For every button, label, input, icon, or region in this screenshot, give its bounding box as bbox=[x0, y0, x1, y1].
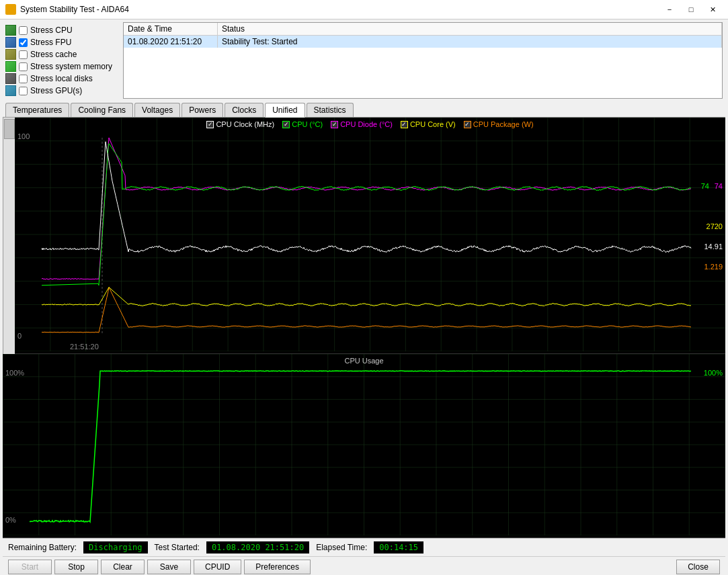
legend-cpu-core-checkbox[interactable]: ✓ bbox=[401, 121, 408, 128]
cpu-usage-title: CPU Usage bbox=[3, 357, 725, 365]
cpu-usage-val-right: 100% bbox=[704, 369, 723, 377]
chart-y-max: 100 bbox=[17, 132, 30, 140]
minimize-button[interactable]: − bbox=[659, 3, 680, 16]
tabs-row: Temperatures Cooling Fans Voltages Power… bbox=[3, 101, 725, 118]
tab-powers[interactable]: Powers bbox=[181, 103, 223, 117]
chart-x-label: 21:51:20 bbox=[70, 343, 99, 351]
window-title: System Stability Test - AIDA64 bbox=[20, 5, 659, 14]
scrollbar[interactable] bbox=[3, 118, 15, 354]
memory-icon bbox=[5, 61, 16, 72]
preferences-button[interactable]: Preferences bbox=[244, 560, 311, 574]
unified-chart: ✓ CPU Clock (MHz) ✓ CPU (°C) ✓ CPU Diode… bbox=[15, 118, 725, 354]
log-status-0: Stability Test: Started bbox=[218, 36, 722, 48]
bottom-info: Remaining Battery: Discharging Test Star… bbox=[3, 538, 725, 556]
cpu-icon bbox=[5, 25, 16, 36]
stress-options-panel: Stress CPU Stress FPU Stress cache Stres… bbox=[3, 22, 120, 99]
top-section: Stress CPU Stress FPU Stress cache Stres… bbox=[3, 22, 725, 99]
val-cpu-core: 14.91 bbox=[704, 242, 723, 251]
start-button[interactable]: Start bbox=[8, 560, 52, 574]
cpuid-button[interactable]: CPUID bbox=[194, 560, 241, 574]
stress-fpu-label: Stress FPU bbox=[30, 38, 71, 47]
cache-icon bbox=[5, 49, 16, 60]
battery-value: Discharging bbox=[83, 541, 147, 554]
stress-cache-label: Stress cache bbox=[30, 50, 77, 59]
legend-cpu-clock-label: CPU Clock (MHz) bbox=[216, 120, 274, 128]
stress-cpu-label: Stress CPU bbox=[30, 26, 73, 35]
elapsed-value: 00:14:15 bbox=[374, 541, 423, 554]
charts-area: ✓ CPU Clock (MHz) ✓ CPU (°C) ✓ CPU Diode… bbox=[3, 118, 725, 538]
tab-voltages[interactable]: Voltages bbox=[134, 103, 180, 117]
stress-disk-checkbox[interactable] bbox=[19, 75, 28, 83]
stress-memory-checkbox[interactable] bbox=[19, 62, 28, 71]
cpu-usage-canvas bbox=[3, 354, 725, 535]
val-cpu-package: 1.219 bbox=[704, 263, 723, 271]
title-bar: System Stability Test - AIDA64 − □ ✕ bbox=[0, 0, 728, 19]
disk-icon bbox=[5, 73, 16, 84]
legend-cpu-temp: ✓ CPU (°C) bbox=[282, 120, 323, 128]
val-cpu-temp: 74 bbox=[701, 182, 709, 190]
stress-memory-item: Stress system memory bbox=[5, 61, 118, 72]
test-started-value: 01.08.2020 21:51:20 bbox=[206, 541, 309, 554]
tab-statistics[interactable]: Statistics bbox=[307, 103, 354, 117]
legend-cpu-temp-checkbox[interactable]: ✓ bbox=[282, 121, 290, 128]
legend-cpu-clock: ✓ CPU Clock (MHz) bbox=[206, 120, 274, 128]
stress-gpu-item: Stress GPU(s) bbox=[5, 85, 118, 96]
bottom-buttons: Start Stop Clear Save CPUID Preferences … bbox=[3, 556, 725, 575]
stress-memory-label: Stress system memory bbox=[30, 62, 112, 71]
left-buttons: Start Stop Clear Save CPUID Preferences bbox=[8, 560, 311, 574]
log-datetime-0: 01.08.2020 21:51:20 bbox=[124, 36, 218, 48]
log-col-status: Status bbox=[218, 23, 722, 35]
log-header: Date & Time Status bbox=[124, 23, 722, 36]
val-cpu-diode: 74 bbox=[715, 182, 723, 190]
stress-cpu-item: Stress CPU bbox=[5, 25, 118, 36]
stress-disk-item: Stress local disks bbox=[5, 73, 118, 84]
val-cpu-clock: 2720 bbox=[706, 222, 723, 230]
cpu-usage-y-max: 100% bbox=[5, 369, 24, 377]
cpu-usage-y-min: 0% bbox=[5, 516, 16, 524]
tab-unified[interactable]: Unified bbox=[265, 103, 305, 118]
save-button[interactable]: Save bbox=[147, 560, 191, 574]
chart-legend: ✓ CPU Clock (MHz) ✓ CPU (°C) ✓ CPU Diode… bbox=[15, 120, 725, 128]
legend-cpu-package-label: CPU Package (W) bbox=[473, 120, 534, 128]
legend-cpu-diode-checkbox[interactable]: ✓ bbox=[331, 121, 338, 128]
unified-canvas bbox=[15, 118, 725, 351]
legend-cpu-clock-checkbox[interactable]: ✓ bbox=[206, 121, 214, 128]
stress-fpu-checkbox[interactable] bbox=[19, 38, 28, 47]
fpu-icon bbox=[5, 37, 16, 48]
log-panel: Date & Time Status 01.08.2020 21:51:20 S… bbox=[123, 22, 723, 99]
stress-gpu-checkbox[interactable] bbox=[19, 87, 28, 95]
main-content: Stress CPU Stress FPU Stress cache Stres… bbox=[0, 19, 728, 575]
close-button[interactable]: Close bbox=[676, 560, 720, 574]
stress-gpu-label: Stress GPU(s) bbox=[30, 86, 82, 95]
legend-cpu-diode: ✓ CPU Diode (°C) bbox=[331, 120, 393, 128]
test-started-label: Test Started: bbox=[155, 543, 200, 552]
legend-cpu-core-label: CPU Core (V) bbox=[410, 120, 456, 128]
elapsed-label: Elapsed Time: bbox=[316, 543, 367, 552]
log-row-0: 01.08.2020 21:51:20 Stability Test: Star… bbox=[124, 36, 722, 48]
stress-cache-item: Stress cache bbox=[5, 49, 118, 60]
stop-button[interactable]: Stop bbox=[54, 560, 98, 574]
gpu-icon bbox=[5, 85, 16, 96]
stress-cache-checkbox[interactable] bbox=[19, 50, 28, 59]
clear-button[interactable]: Clear bbox=[101, 560, 145, 574]
log-col-datetime: Date & Time bbox=[124, 23, 218, 35]
window-controls: − □ ✕ bbox=[659, 3, 723, 16]
maximize-button[interactable]: □ bbox=[681, 3, 701, 16]
battery-label: Remaining Battery: bbox=[8, 543, 77, 552]
legend-cpu-package-checkbox[interactable]: ✓ bbox=[464, 121, 471, 128]
stress-cpu-checkbox[interactable] bbox=[19, 26, 28, 35]
cpu-usage-chart: CPU Usage 100% 0% 100% bbox=[3, 354, 725, 538]
tab-cooling-fans[interactable]: Cooling Fans bbox=[71, 103, 133, 117]
close-window-button[interactable]: ✕ bbox=[702, 3, 723, 16]
right-buttons: Close bbox=[676, 560, 720, 574]
app-icon bbox=[5, 4, 16, 15]
stress-fpu-item: Stress FPU bbox=[5, 37, 118, 48]
tab-temperatures[interactable]: Temperatures bbox=[5, 103, 69, 117]
legend-cpu-package: ✓ CPU Package (W) bbox=[464, 120, 534, 128]
legend-cpu-temp-label: CPU (°C) bbox=[292, 120, 323, 128]
chart-y-min: 0 bbox=[17, 332, 22, 340]
legend-cpu-core: ✓ CPU Core (V) bbox=[401, 120, 456, 128]
stress-disk-label: Stress local disks bbox=[30, 74, 93, 83]
tab-clocks[interactable]: Clocks bbox=[225, 103, 264, 117]
scroll-thumb[interactable] bbox=[4, 119, 15, 139]
